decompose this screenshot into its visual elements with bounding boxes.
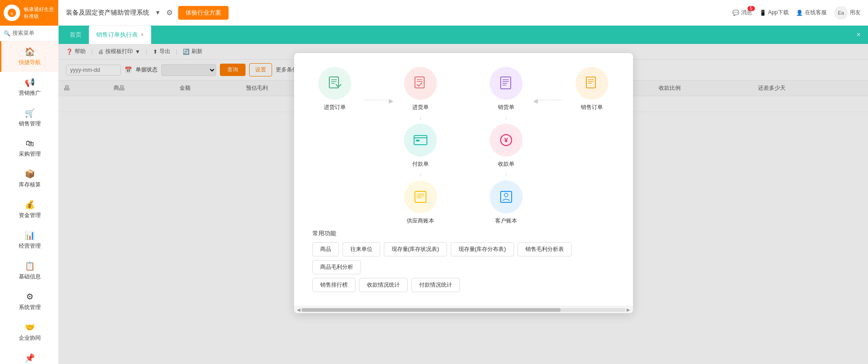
flow-row-2: 付款单 ¥ 收款单	[312, 124, 615, 168]
func-btn-sales-rank[interactable]: 销售排行榜	[312, 278, 355, 292]
func-btn-receipt-stats[interactable]: 收款情况统计	[359, 278, 408, 292]
flow-diagram: 进货订单 ▶	[312, 67, 615, 225]
spacer-d	[575, 114, 608, 121]
experience-btn[interactable]: 体验行业方案	[178, 6, 229, 20]
func-btn-product-profit[interactable]: 商品毛利分析	[312, 260, 361, 274]
flow-node-customer[interactable]: 客户账本	[490, 180, 523, 225]
flow-node-purchase-order[interactable]: 进货订单	[318, 67, 351, 111]
home-icon: 🏠	[25, 47, 35, 57]
finance-icon: 💰	[25, 200, 35, 210]
sidebar-nav: 🏠 快捷导航 📢 营销推广 🛒 销售管理 🛍 采购管理 📦 库存核算 💰	[0, 41, 58, 364]
spacer-8	[449, 171, 477, 178]
inventory-icon: 📦	[25, 169, 35, 179]
spacer-b	[449, 114, 477, 121]
flow-row-3: 供应商账本 客户账本	[312, 180, 615, 225]
sidebar-item-quick-nav[interactable]: 🏠 快捷导航	[0, 41, 58, 72]
svg-rect-6	[415, 77, 424, 88]
content-area: ❓ 帮助 | 🖨 按模板打印 ▼ | ⬆ 导出 | 🔄 刷新	[59, 44, 868, 364]
flow-arrow-2: ◀	[535, 100, 562, 111]
sales-icon: 🛒	[25, 108, 35, 118]
online-service-action[interactable]: 👤 在线客服	[796, 9, 827, 16]
scrollbar-right-arrow[interactable]: ▶	[626, 307, 631, 312]
app-download-action[interactable]: 📱 App下载	[759, 9, 789, 16]
sidebar-item-system[interactable]: ⚙ 系统管理	[0, 286, 58, 317]
tabs-bar: 首页 销售订单执行表 × ×	[59, 26, 868, 44]
system-icon: ⚙	[26, 292, 33, 302]
func-btn-product[interactable]: 商品	[312, 242, 339, 256]
sidebar-search[interactable]: 🔍 搜索菜单	[0, 26, 58, 41]
spacer-6	[318, 171, 351, 178]
settings-icon[interactable]: ⚙	[166, 8, 173, 17]
sidebar-item-cooperation[interactable]: 🤝 企业协同	[0, 317, 58, 348]
sidebar-item-inventory[interactable]: 📦 库存核算	[0, 163, 58, 194]
payment-icon	[404, 124, 437, 157]
scrollbar-left-arrow[interactable]: ◀	[296, 307, 301, 312]
arrow-down-receipt: ↓	[490, 171, 523, 178]
svg-text:¥: ¥	[504, 136, 508, 144]
spacer-a	[364, 114, 392, 121]
sidebar-item-sales[interactable]: 🛒 销售管理	[0, 103, 58, 133]
flow-arrows-down-2: ↓ ↓	[312, 168, 615, 180]
scrollbar-thumb[interactable]	[301, 308, 561, 312]
flow-arrow-1: ▶	[364, 100, 392, 111]
message-icon: 💬	[732, 10, 739, 16]
system-title: 装备及固定资产辅助管理系统	[66, 9, 149, 17]
sidebar-item-purchase[interactable]: 🛍 采购管理	[0, 133, 58, 163]
common-functions: 常用功能 商品 往来单位 现存量(库存状况表) 现存量(库存分布表) 销售毛利分…	[312, 229, 615, 292]
tabs-close-all-icon[interactable]: ×	[857, 31, 864, 39]
tab-home[interactable]: 首页	[62, 26, 89, 44]
topbar-actions: 💬 消息 5 📱 App下载 👤 在线客服 Ea 用友	[732, 6, 861, 20]
func-btn-partner[interactable]: 往来单位	[343, 242, 380, 256]
arrow-down-payment: ↓	[404, 171, 437, 178]
tab-sales-order[interactable]: 销售订单执行表 ×	[89, 26, 151, 44]
func-btn-stock-dist[interactable]: 现存量(库存分布表)	[451, 242, 514, 256]
service-icon: 👤	[796, 10, 803, 16]
logo-icon: 6	[4, 5, 20, 21]
message-badge: 5	[748, 6, 755, 11]
flow-node-receipt[interactable]: ¥ 收款单	[490, 124, 523, 168]
sidebar: 6 畅康通好生意 标准版 🔍 搜索菜单 🏠 快捷导航 📢 营销推广 🛒 销售管理	[0, 0, 59, 364]
guide-icon: 📌	[25, 353, 35, 363]
supplier-icon	[404, 180, 437, 213]
func-btn-stock-status[interactable]: 现存量(库存状况表)	[384, 242, 447, 256]
func-btn-payment-stats[interactable]: 付款情况统计	[411, 278, 460, 292]
scrollbar-track[interactable]	[301, 308, 626, 312]
flow-node-sales-bill[interactable]: 销货单	[490, 67, 523, 111]
sidebar-item-marketing[interactable]: 📢 营销推广	[0, 72, 58, 103]
sidebar-item-basic-info[interactable]: 📋 基础信息	[0, 255, 58, 286]
dropdown-icon[interactable]: ▼	[155, 9, 161, 16]
func-btn-sales-profit[interactable]: 销售毛利分析表	[518, 242, 572, 256]
download-icon: 📱	[759, 10, 766, 16]
spacer-9	[535, 171, 562, 178]
arrow-down-1	[318, 114, 351, 121]
svg-rect-9	[501, 77, 511, 89]
sales-bill-icon	[490, 67, 523, 100]
svg-point-28	[504, 193, 508, 197]
flow-node-sales-order[interactable]: 销售订单	[575, 67, 608, 111]
operation-icon: 📊	[25, 230, 35, 240]
sidebar-item-finance[interactable]: 💰 资金管理	[0, 194, 58, 225]
func-buttons: 商品 往来单位 现存量(库存状况表) 现存量(库存分布表) 销售毛利分析表 商品…	[312, 242, 615, 274]
svg-text:6: 6	[11, 11, 13, 16]
flow-node-payment[interactable]: 付款单	[404, 124, 437, 168]
tab-close-icon[interactable]: ×	[141, 32, 144, 38]
flow-node-purchase-bill[interactable]: 进货单	[404, 67, 437, 111]
modal-scrollbar: ◀ ▶	[294, 306, 633, 313]
logo-text: 畅康通好生意 标准版	[24, 6, 54, 20]
sidebar-item-operation[interactable]: 📊 经营管理	[0, 225, 58, 255]
sidebar-item-guide[interactable]: 📌 新手引导	[0, 348, 58, 364]
user-label: 用友	[850, 9, 861, 16]
search-icon: 🔍	[4, 30, 11, 37]
purchase-icon: 🛍	[26, 139, 34, 148]
basic-info-icon: 📋	[25, 261, 35, 271]
flow-arrows-down: ↓ ↓	[312, 111, 615, 124]
message-action[interactable]: 💬 消息 5	[732, 9, 752, 16]
topbar: 装备及固定资产辅助管理系统 ▼ ⚙ 体验行业方案 💬 消息 5 📱 App下载 …	[59, 0, 868, 26]
sidebar-logo: 6 畅康通好生意 标准版	[0, 0, 58, 26]
purchase-bill-icon	[404, 67, 437, 100]
flow-node-supplier[interactable]: 供应商账本	[404, 180, 437, 225]
arrow-down-purchase: ↓	[404, 114, 437, 121]
modal-body: 进货订单 ▶	[294, 53, 633, 306]
user-action[interactable]: Ea 用友	[834, 6, 861, 20]
spacer-10	[575, 171, 608, 178]
